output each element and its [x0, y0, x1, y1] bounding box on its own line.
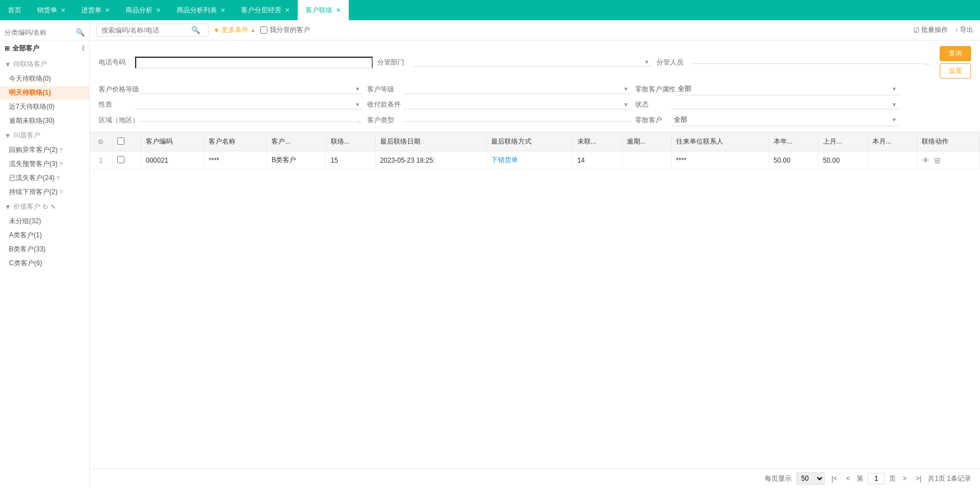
nav-customer-tier[interactable]: 客户分层经营 ✕	[233, 0, 298, 20]
prev-page-button[interactable]: <	[844, 473, 852, 484]
first-page-button[interactable]: |<	[829, 473, 839, 484]
row-actions: 👁 ⊞	[917, 151, 979, 169]
retail-attr-filter: 零散客户属性 全部 ▼	[635, 83, 899, 95]
col-customer-name: 客户名称	[204, 132, 267, 151]
sidebar-item-overdue-contact[interactable]: 逾期未联络(30)	[0, 114, 89, 128]
search-icon[interactable]: 🔍	[191, 26, 200, 34]
setting-button[interactable]: 设置	[940, 63, 971, 79]
nav-sales-order[interactable]: 销货单 ✕	[29, 0, 73, 20]
filter-row-1: 电话号码 分管部门 ▼ 分管人员 …	[99, 46, 971, 79]
settings-icon[interactable]: ⚙	[98, 138, 104, 146]
nav-home[interactable]: 首页	[0, 0, 29, 20]
col-unlinkage-days: 未联...	[572, 132, 622, 151]
refresh-icon[interactable]: ↻	[43, 203, 48, 211]
close-icon[interactable]: ✕	[105, 7, 110, 14]
sidebar: 🔍 ⊞ 全部客户 《 ▼ 待联络客户 今天待联络(0) 明天待联络(1) 近7天…	[0, 20, 90, 488]
col-overdue: 逾期...	[622, 132, 671, 151]
sidebar-item-churn-warning[interactable]: 流失预警客户(3) ?	[0, 157, 89, 171]
caret-down-icon: ▼	[891, 117, 897, 123]
my-customers-checkbox-label[interactable]: 我分管的客户	[260, 25, 310, 35]
page-number-input[interactable]	[868, 473, 885, 484]
sidebar-item-c-class[interactable]: C类客户(6)	[0, 256, 89, 270]
edit-icon[interactable]: ✎	[50, 203, 56, 211]
close-icon[interactable]: ✕	[61, 7, 66, 14]
close-icon[interactable]: ✕	[285, 7, 290, 14]
col-setting[interactable]: ⚙	[90, 132, 112, 151]
sidebar-item-b-class[interactable]: B类客户(33)	[0, 242, 89, 256]
info-icon: ?	[59, 161, 63, 168]
gender-select[interactable]: ▼	[135, 100, 363, 109]
status-filter: 状态 ▼	[635, 100, 899, 109]
toolbar: 🔍 ▼ 更多条件 ▲ 我分管的客户 ☑ 批量操作 ↑ 导出	[90, 20, 980, 40]
row-contact-person: ****	[671, 151, 769, 169]
view-action-icon[interactable]: 👁	[922, 156, 930, 165]
customer-value-filter: 客户价格等级 ▼	[99, 85, 363, 94]
sidebar-item-a-class[interactable]: A类客户(1)	[0, 228, 89, 242]
query-button[interactable]: 查询	[940, 46, 971, 61]
more-icon[interactable]: …	[356, 116, 363, 124]
search-icon[interactable]: 🔍	[76, 28, 85, 36]
caret-down-icon: ▼	[355, 102, 360, 108]
row-customer-code: 000021	[141, 151, 204, 169]
close-icon[interactable]: ✕	[220, 7, 225, 14]
sidebar-item-ungroup[interactable]: 未分组(32)	[0, 214, 89, 228]
row-select-checkbox[interactable]	[117, 156, 124, 163]
customer-value-select[interactable]: ▼	[139, 85, 363, 94]
col-actions: 联络动作	[917, 132, 979, 151]
sidebar-item-7day-contact[interactable]: 近7天待联络(0)	[0, 100, 89, 114]
nav-purchase-order[interactable]: 进货单 ✕	[73, 0, 118, 20]
search-input[interactable]	[101, 26, 191, 34]
collapse-icon: 《	[78, 44, 85, 53]
phone-input[interactable]	[135, 57, 373, 68]
arrow-down-icon: ▼	[4, 203, 11, 211]
person-select[interactable]	[693, 61, 922, 64]
status-select[interactable]: ▼	[672, 100, 899, 109]
last-page-button[interactable]: >|	[913, 473, 923, 484]
caret-down-icon: ▼	[623, 86, 628, 92]
sidebar-item-tomorrow-contact[interactable]: 明天待联络(1)	[0, 86, 89, 100]
col-customer-type: 客户...	[267, 132, 326, 151]
select-all-checkbox[interactable]	[117, 137, 124, 145]
nav-customer-contact[interactable]: 客户联络 ✕	[298, 0, 349, 20]
grid-icon: ⊞	[4, 45, 10, 52]
retail-attr-select[interactable]: 全部 ▼	[676, 83, 899, 95]
payment-select[interactable]: ▼	[404, 100, 631, 109]
nav-product-analysis[interactable]: 商品分析 ✕	[118, 0, 169, 20]
grid-action-icon[interactable]: ⊞	[934, 156, 941, 165]
row-this-year: 50.00	[769, 151, 818, 169]
sidebar-item-churned[interactable]: 已流失客户(24) ?	[0, 171, 89, 185]
sidebar-group-value: ▼ 价值客户 ↻ ✎	[0, 199, 89, 214]
my-customers-checkbox[interactable]	[260, 26, 267, 34]
region-select[interactable]	[139, 119, 354, 122]
filter-row-3: 性质 ▼ 收付款条件 ▼ 状态	[99, 100, 971, 109]
sidebar-item-repurchase-anomaly[interactable]: 回购异常客户(2) ?	[0, 143, 89, 157]
sidebar-search-area: 🔍	[0, 25, 89, 40]
page-size-select[interactable]: 50 100 200	[796, 472, 825, 485]
batch-operation-button[interactable]: ☑ 批量操作	[913, 25, 948, 35]
sidebar-group-problem: ▼ 问题客户	[0, 128, 89, 143]
nav-product-analysis-list[interactable]: 商品分析列表 ✕	[169, 0, 233, 20]
customer-type-select[interactable]	[404, 119, 631, 122]
close-icon[interactable]: ✕	[336, 7, 341, 14]
last-contact-link[interactable]: 下销货单	[491, 156, 518, 164]
export-button[interactable]: ↑ 导出	[955, 25, 973, 35]
content-area: 🔍 ▼ 更多条件 ▲ 我分管的客户 ☑ 批量操作 ↑ 导出	[90, 20, 980, 488]
retail-customer-select[interactable]: 全部 ▼	[672, 114, 899, 126]
sidebar-item-today-contact[interactable]: 今天待联络(0)	[0, 72, 89, 86]
customer-level-select[interactable]: ▼	[404, 85, 631, 94]
info-icon: ?	[59, 189, 63, 196]
sidebar-item-declining[interactable]: 持续下滑客户(2) ?	[0, 185, 89, 199]
col-checkbox[interactable]	[112, 132, 141, 151]
phone-filter: 电话号码	[99, 57, 373, 68]
dept-filter: 分管部门 ▼	[377, 58, 651, 67]
col-contact-person: 往来单位联系人	[671, 132, 769, 151]
row-checkbox[interactable]	[112, 151, 141, 169]
row-last-contact-method[interactable]: 下销货单	[487, 151, 573, 169]
more-icon[interactable]: …	[924, 58, 931, 66]
dept-select[interactable]: ▼	[414, 58, 651, 67]
sidebar-all-customers[interactable]: ⊞ 全部客户 《	[0, 40, 89, 57]
next-page-button[interactable]: >	[900, 473, 909, 484]
sidebar-search-input[interactable]	[4, 29, 76, 36]
more-filters-button[interactable]: ▼ 更多条件 ▲	[213, 25, 256, 35]
close-icon[interactable]: ✕	[156, 7, 161, 14]
